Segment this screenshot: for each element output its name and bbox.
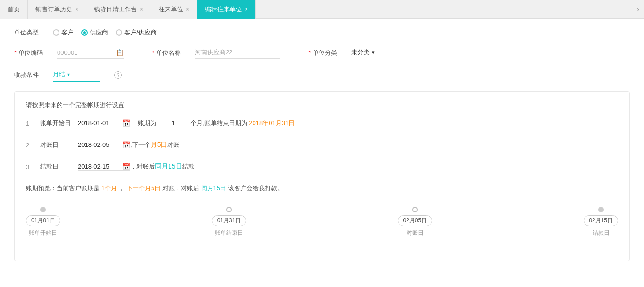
tl-node-2: 02月05日 对账日 (398, 207, 432, 237)
row3-note-suffix: 结款 (182, 162, 195, 171)
tabs-bar: 首页 销售订单历史 × 钱货日清工作台 × 往来单位 × 编辑往来单位 × › (0, 0, 644, 19)
unit-type-label: 单位类型 (14, 28, 39, 37)
period-prefix: 账期为 (138, 119, 156, 127)
tab-cash-work[interactable]: 钱货日清工作台 × (86, 0, 151, 19)
unit-code-input-wrap: 📋 (57, 47, 124, 59)
row-label-3: 结款日 (40, 162, 78, 171)
date-wrap-2: 📅 (78, 141, 130, 149)
radio-supplier-circle (81, 29, 88, 36)
tl-dot-3 (598, 207, 604, 212)
unit-name-label: *单位名称 (152, 49, 181, 57)
tab-partner[interactable]: 往来单位 × (151, 0, 197, 19)
tab-sales-history[interactable]: 销售订单历史 × (28, 0, 86, 19)
tl-dot-0 (40, 207, 46, 212)
radio-both-label: 客户/供应商 (124, 28, 157, 37)
preview-part3: 同月15日 (201, 185, 226, 192)
setting-row-1: 1 账单开始日 📅 账期为 个月,账单结束日期为 2018年01月31日 (26, 119, 618, 127)
period-wrap: 账期为 个月,账单结束日期为 2018年01月31日 (138, 119, 295, 127)
tab-home-label: 首页 (8, 5, 20, 14)
calendar-icon-3[interactable]: 📅 (122, 163, 130, 170)
unit-category-label: *单位分类 (308, 49, 337, 57)
payment-row: 收款条件 月结 ▾ ? (14, 68, 630, 82)
payment-select[interactable]: 月结 ▾ (53, 68, 100, 82)
tl-label-3: 结款日 (593, 229, 610, 237)
calendar-icon-1[interactable]: 📅 (122, 119, 130, 127)
preview-prefix: 账期预览：当前客户账期是 (26, 185, 100, 192)
preview-suffix: 该客户会给我打款。 (228, 185, 283, 192)
tab-sales-history-label: 销售订单历史 (35, 5, 72, 14)
panel-instruction: 请按照未来的一个完整帐期进行设置 (26, 101, 618, 110)
unit-code-input[interactable] (57, 47, 114, 58)
row-label-1: 账单开始日 (40, 119, 78, 127)
radio-supplier-label: 供应商 (90, 28, 108, 37)
unit-name-input[interactable] (195, 47, 280, 58)
unit-name-star: * (152, 49, 154, 56)
tab-edit-partner-label: 编辑往来单位 (205, 5, 242, 14)
radio-supplier[interactable]: 供应商 (81, 28, 108, 37)
code-name-category-row: *单位编码 📋 *单位名称 *单位分类 未分类 ▾ (14, 46, 630, 59)
period-input[interactable] (159, 119, 187, 127)
preview-text: 账期预览：当前客户账期是 1个月 ， 下一个月5日 对账，对账后 同月15日 该… (26, 184, 618, 193)
calendar-icon-2[interactable]: 📅 (122, 141, 130, 149)
unit-name-input-wrap (195, 47, 280, 59)
unit-category-value: 未分类 (351, 46, 370, 59)
tab-home[interactable]: 首页 (0, 0, 28, 19)
settings-panel: 请按照未来的一个完整帐期进行设置 1 账单开始日 📅 账期为 个月,账单结束日期… (14, 91, 630, 261)
row3-note-prefix: ，对账后 (130, 162, 155, 171)
tl-dot-1 (226, 207, 232, 212)
row2-note-suffix: 对账 (167, 141, 179, 149)
tab-partner-label: 往来单位 (159, 5, 183, 14)
tl-date-3: 02月15日 (584, 215, 618, 226)
date-wrap-3: 📅 (78, 163, 130, 171)
period-suffix-text: 个月,账单结束日期为 (190, 119, 247, 127)
row-num-3: 3 (26, 163, 40, 170)
radio-both[interactable]: 客户/供应商 (116, 28, 157, 37)
tl-label-1: 账单结束日 (215, 229, 243, 237)
tl-date-0: 01月01日 (26, 215, 60, 226)
row2-note-highlight: 月5日 (151, 141, 168, 149)
period-suffix: 个月,账单结束日期为 2018年01月31日 (190, 119, 295, 127)
unit-category-arrow: ▾ (372, 47, 375, 58)
unit-code-star: * (14, 49, 17, 56)
date-input-1[interactable] (78, 119, 120, 127)
date-input-3[interactable] (78, 163, 120, 170)
unit-category-star: * (308, 49, 311, 56)
radio-both-circle (116, 29, 122, 36)
unit-category-select[interactable]: 未分类 ▾ (351, 46, 408, 59)
tab-cash-work-close[interactable]: × (140, 6, 143, 13)
radio-customer-label: 客户 (61, 28, 74, 37)
payment-arrow: ▾ (67, 71, 70, 78)
radio-customer[interactable]: 客户 (53, 28, 74, 37)
unit-type-row: 单位类型 客户 供应商 客户/供应商 (14, 28, 630, 37)
tab-partner-close[interactable]: × (186, 6, 189, 13)
tl-node-1: 01月31日 账单结束日 (212, 207, 246, 237)
tl-date-1: 01月31日 (212, 215, 246, 226)
unit-code-calendar-icon[interactable]: 📋 (116, 49, 124, 56)
tab-edit-partner[interactable]: 编辑往来单位 × (197, 0, 256, 19)
tab-cash-work-label: 钱货日清工作台 (94, 5, 137, 14)
tl-date-2: 02月05日 (398, 215, 432, 226)
setting-row-3: 3 结款日 📅 ，对账后 同月15日 结款 (26, 162, 618, 171)
payment-label: 收款条件 (14, 71, 39, 79)
tab-sales-history-close[interactable]: × (75, 6, 78, 13)
payment-help-icon[interactable]: ? (114, 71, 122, 79)
date-wrap-1: 📅 (78, 119, 130, 127)
preview-mid1: ， (119, 185, 125, 192)
row2-note-prefix: ,下一个 (130, 141, 151, 149)
payment-value: 月结 (53, 68, 65, 81)
row3-note-highlight: 同月15日 (155, 162, 182, 171)
end-date-highlight: 2018年01月31日 (249, 119, 295, 127)
tab-nav-arrow[interactable]: › (632, 5, 644, 14)
content-area: 单位类型 客户 供应商 客户/供应商 *单位编码 📋 *单位名称 (0, 19, 644, 287)
row-label-2: 对账日 (40, 141, 78, 149)
timeline-nodes: 01月01日 账单开始日 01月31日 账单结束日 02月05日 对账日 02月… (26, 207, 618, 237)
preview-part2: 下一个月5日 (127, 185, 161, 192)
tl-label-2: 对账日 (407, 229, 424, 237)
date-input-2[interactable] (78, 141, 120, 148)
tl-node-3: 02月15日 结款日 (584, 207, 618, 237)
tl-dot-2 (412, 207, 418, 212)
preview-mid2: 对账，对账后 (162, 185, 199, 192)
timeline-wrap: 01月01日 账单开始日 01月31日 账单结束日 02月05日 对账日 02月… (26, 202, 618, 251)
setting-row-2: 2 对账日 📅 ,下一个 月5日 对账 (26, 141, 618, 149)
tab-edit-partner-close[interactable]: × (245, 6, 248, 13)
